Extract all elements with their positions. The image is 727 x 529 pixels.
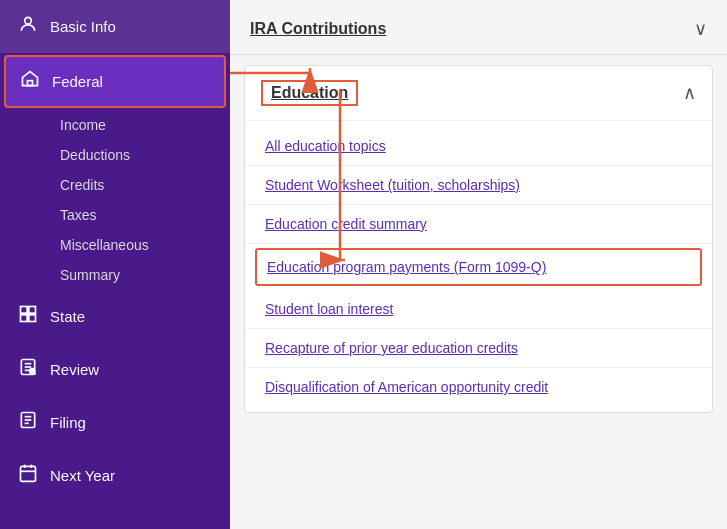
sidebar-item-deductions[interactable]: Deductions [50, 140, 230, 170]
ira-contributions-header[interactable]: IRA Contributions ∨ [230, 0, 727, 55]
link-education-credit-summary[interactable]: Education credit summary [245, 205, 712, 244]
sidebar-item-filing[interactable]: Filing [0, 396, 230, 449]
svg-rect-1 [28, 81, 33, 86]
link-student-worksheet[interactable]: Student Worksheet (tuition, scholarships… [245, 166, 712, 205]
sidebar-item-summary[interactable]: Summary [50, 260, 230, 290]
svg-rect-2 [21, 307, 28, 314]
link-education-program-payments[interactable]: Education program payments (Form 1099-Q) [255, 248, 702, 286]
svg-rect-3 [21, 315, 28, 322]
federal-icon [18, 69, 42, 94]
sidebar-item-label: Filing [50, 414, 86, 431]
link-disqualification[interactable]: Disqualification of American opportunity… [245, 368, 712, 406]
education-section: Education ∧ All education topics Student… [244, 65, 713, 413]
sidebar-item-next-year[interactable]: Next Year [0, 449, 230, 502]
education-links-list: All education topics Student Worksheet (… [245, 121, 712, 412]
calendar-icon [16, 463, 40, 488]
sidebar-item-label: Review [50, 361, 99, 378]
svg-line-11 [34, 373, 35, 374]
sidebar-item-income[interactable]: Income [50, 110, 230, 140]
svg-rect-4 [29, 307, 36, 314]
filing-icon [16, 410, 40, 435]
review-icon [16, 357, 40, 382]
state-icon [16, 304, 40, 329]
sidebar-item-label: State [50, 308, 85, 325]
education-header[interactable]: Education ∧ [245, 66, 712, 121]
sidebar-item-state[interactable]: State [0, 290, 230, 343]
sidebar-item-basic-info[interactable]: Basic Info [0, 0, 230, 53]
svg-rect-5 [29, 315, 36, 322]
svg-rect-16 [21, 466, 36, 481]
sidebar-item-label: Next Year [50, 467, 115, 484]
link-student-loan-interest[interactable]: Student loan interest [245, 290, 712, 329]
sidebar-item-label: Federal [52, 73, 103, 90]
ira-contributions-title: IRA Contributions [250, 20, 386, 38]
education-title: Education [261, 80, 358, 106]
sidebar-item-credits[interactable]: Credits [50, 170, 230, 200]
sidebar-item-label: Basic Info [50, 18, 116, 35]
education-chevron-up: ∧ [683, 82, 696, 104]
sidebar-item-review[interactable]: Review [0, 343, 230, 396]
svg-point-0 [25, 17, 32, 24]
link-all-education[interactable]: All education topics [245, 127, 712, 166]
sidebar-item-federal[interactable]: Federal [4, 55, 226, 108]
federal-sub-menu: Income Deductions Credits Taxes Miscella… [0, 110, 230, 290]
person-icon [16, 14, 40, 39]
ira-chevron-down: ∨ [694, 18, 707, 40]
svg-point-10 [30, 369, 35, 374]
sidebar-item-taxes[interactable]: Taxes [50, 200, 230, 230]
main-content: IRA Contributions ∨ Education ∧ All educ… [230, 0, 727, 529]
sidebar-item-miscellaneous[interactable]: Miscellaneous [50, 230, 230, 260]
sidebar: Basic Info Federal Income Deductions Cre… [0, 0, 230, 529]
link-recapture-prior-year[interactable]: Recapture of prior year education credit… [245, 329, 712, 368]
